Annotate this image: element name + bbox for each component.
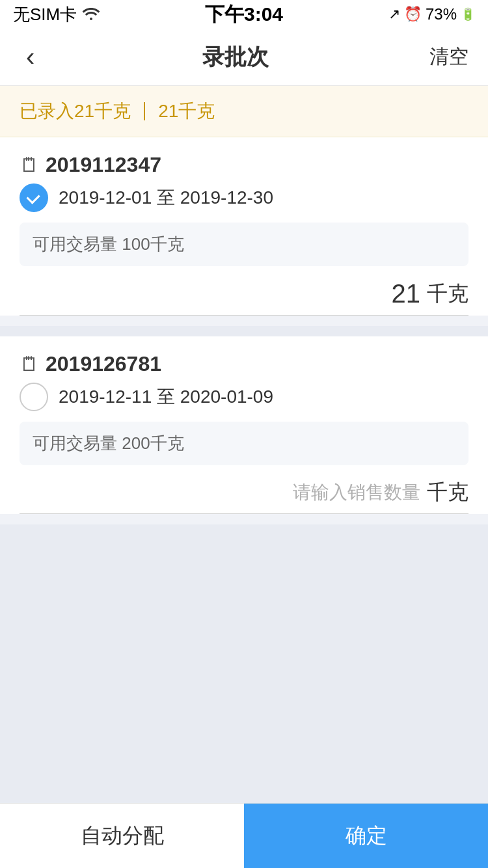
summary-value: 21千克 [158, 99, 215, 124]
batch1-underline [20, 315, 468, 316]
wifi-icon [82, 5, 100, 25]
batch2-underline [20, 513, 468, 514]
bottom-bar: 自动分配 确定 [0, 803, 488, 868]
carrier-label: 无SIM卡 [13, 3, 77, 26]
batch1-amount-unit: 千克 [427, 280, 468, 308]
battery-label: 73% [426, 5, 457, 23]
batch1-date: 2019-12-01 至 2019-12-30 [59, 185, 273, 210]
batch2-input-unit: 千克 [427, 478, 468, 507]
back-button[interactable]: ‹ [20, 36, 41, 78]
location-icon: ↗ [388, 6, 400, 23]
batch2-icon: 🗒 [20, 353, 39, 375]
batch2-radio[interactable] [20, 383, 48, 411]
batch1-number: 2019112347 [46, 153, 161, 177]
status-left: 无SIM卡 [13, 3, 100, 26]
auto-distribute-button[interactable]: 自动分配 [0, 804, 244, 868]
batch1-icon: 🗒 [20, 154, 39, 176]
summary-label: 已录入21千克 [20, 99, 131, 124]
batch1-available: 可用交易量 100千克 [20, 223, 468, 266]
batch1-amount-row: 21 千克 [0, 266, 488, 308]
batch2-date: 2019-12-11 至 2020-01-09 [59, 385, 273, 409]
batch-item-2: 🗒 2019126781 2019-12-11 至 2020-01-09 可用交… [0, 336, 488, 514]
batch2-input-placeholder: 请输入销售数量 [293, 480, 420, 505]
summary-divider [144, 102, 145, 120]
status-right: ↗ ⏰ 73% 🔋 [388, 5, 475, 23]
batch2-date-row: 2019-12-11 至 2020-01-09 [20, 383, 468, 411]
status-time: 下午3:04 [205, 1, 283, 28]
batch1-header: 🗒 2019112347 [20, 153, 468, 177]
batch1-radio[interactable] [20, 183, 48, 212]
batch1-amount-value: 21 [392, 279, 421, 308]
batch2-available: 可用交易量 200千克 [20, 422, 468, 465]
confirm-button[interactable]: 确定 [244, 804, 488, 868]
batch2-input-row[interactable]: 请输入销售数量 千克 [0, 465, 488, 507]
page-title: 录批次 [202, 42, 269, 72]
nav-bar: ‹ 录批次 清空 [0, 29, 488, 86]
section-divider [0, 326, 488, 336]
status-bar: 无SIM卡 下午3:04 ↗ ⏰ 73% 🔋 [0, 0, 488, 29]
battery-icon: 🔋 [461, 7, 475, 21]
batch1-date-row: 2019-12-01 至 2019-12-30 [20, 183, 468, 212]
clear-button[interactable]: 清空 [429, 44, 468, 70]
alarm-icon: ⏰ [404, 6, 422, 23]
summary-bar: 已录入21千克 21千克 [0, 86, 488, 137]
batch-item-1: 🗒 2019112347 2019-12-01 至 2019-12-30 可用交… [0, 137, 488, 316]
gray-area [0, 524, 488, 811]
batch2-header: 🗒 2019126781 [20, 352, 468, 376]
batch2-number: 2019126781 [46, 352, 161, 376]
